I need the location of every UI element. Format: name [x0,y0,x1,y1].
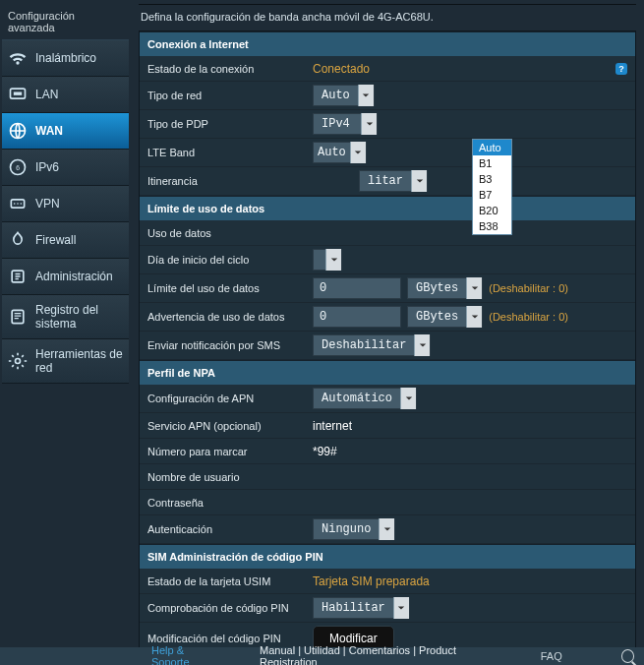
warn-input[interactable] [313,306,401,328]
svg-point-6 [14,203,16,205]
sidebar-item-label: Firewall [35,233,76,247]
lteband-option[interactable]: B7 [473,187,511,203]
section-internet: Conexión a Internet [140,31,635,56]
warn-hint: (Deshabilitar : 0) [489,311,568,323]
chevron-down-icon[interactable] [393,597,409,619]
roaming-select[interactable]: litar [359,170,428,192]
label-password: Contraseña [140,497,313,509]
footer-faq[interactable]: FAQ [541,650,562,662]
pincheck-select[interactable]: Habilitar [313,597,410,619]
label-username: Nombre de usuario [140,471,313,483]
footer-links[interactable]: Manual | Utilidad | Comentarios | Produc… [260,644,501,665]
sidebar-item-label: IPv6 [35,160,59,174]
section-datausage: Límite de uso de datos [140,196,635,220]
label-usim-status: Estado de la tarjeta USIM [140,575,313,587]
chevron-down-icon[interactable] [325,249,341,271]
value-conn-status: Conectado [313,62,370,76]
syslog-icon [8,307,28,327]
sidebar-item-nettools[interactable]: Herramientas de red [2,339,129,384]
sidebar-item-wan[interactable]: WAN [2,113,129,150]
sidebar-item-label: WAN [35,124,63,138]
auth-select[interactable]: Ninguno [313,518,395,540]
nettype-select[interactable]: Auto [313,85,375,106]
sidebar-item-syslog[interactable]: Registro del sistema [2,295,129,339]
svg-point-11 [16,359,21,364]
limit-input[interactable] [313,277,401,299]
value-dial: *99# [313,445,337,458]
label-pincheck: Comprobación de código PIN [140,602,313,614]
footer-help[interactable]: Help & Soporte [151,644,220,665]
label-data-usage: Uso de datos [140,227,313,239]
section-npa: Perfil de NPA [140,360,635,385]
search-icon[interactable] [621,649,634,663]
intro-text: Defina la configuración de banda ancha m… [139,4,636,30]
chevron-down-icon[interactable] [361,113,377,135]
lan-icon [8,85,28,104]
apncfg-select[interactable]: Automático [313,388,417,409]
svg-rect-10 [12,310,24,323]
label-limit: Límite del uso de datos [140,282,313,294]
sidebar-header: Configuración avanzada [2,4,129,40]
chevron-down-icon[interactable] [379,518,394,540]
limit-hint: (Deshabilitar : 0) [489,282,568,294]
sidebar-item-label: Inalámbrico [35,51,96,65]
help-icon[interactable]: ? [615,63,627,75]
globe-icon [8,121,28,141]
sidebar-item-label: VPN [35,197,60,211]
gear-icon [8,351,28,371]
lteband-dropdown[interactable]: Auto B1 B3 B7 B20 B38 [472,139,512,235]
svg-rect-1 [14,92,22,95]
sidebar-item-admin[interactable]: Administración [2,259,129,295]
section-simpin: SIM Administración de código PIN [140,544,635,569]
limit-unit-value: GBytes [408,281,466,295]
sidebar-item-label: Registro del sistema [35,303,123,331]
chevron-down-icon[interactable] [358,85,374,106]
label-warn: Advertencia de uso de datos [140,311,313,323]
label-roaming: Itinerancia [140,175,313,187]
label-pinmod: Modificación del código PIN [140,633,313,644]
chevron-down-icon[interactable] [400,388,416,409]
admin-icon [8,267,28,286]
sidebar-item-lan[interactable]: LAN [2,77,129,113]
sidebar-item-label: Administración [35,270,113,283]
lteband-option[interactable]: B3 [473,171,511,187]
lteband-option[interactable]: B38 [473,218,511,234]
svg-point-8 [21,203,23,205]
chevron-down-icon[interactable] [411,170,427,192]
label-dial: Número para marcar [140,446,313,457]
lteband-option[interactable]: B20 [473,203,511,218]
roaming-value: litar [360,174,411,188]
sidebar-item-ipv6[interactable]: 6 IPv6 [2,150,129,186]
limit-unit-select[interactable]: GBytes [407,277,483,299]
footer: Help & Soporte Manual | Utilidad | Comen… [0,647,644,665]
lteband-option[interactable]: Auto [473,140,511,155]
lteband-value: Auto [314,146,350,159]
value-usim-status: Tarjeta SIM preparada [313,574,430,588]
pdptype-select[interactable]: IPv4 [313,113,378,135]
sms-value: Deshabilitar [314,338,414,352]
warn-unit-select[interactable]: GBytes [407,306,483,328]
label-conn-status: Estado de la conexión [140,63,313,75]
sidebar-item-firewall[interactable]: Firewall [2,222,129,259]
lteband-option[interactable]: B1 [473,155,511,171]
sidebar-item-wireless[interactable]: Inalámbrico [2,40,129,77]
chevron-down-icon[interactable] [414,334,430,356]
apncfg-value: Automático [314,392,400,405]
label-pdptype: Tipo de PDP [140,118,313,130]
label-auth: Autenticación [140,523,313,535]
label-lteband: LTE Band [140,147,313,158]
cycle-day-select[interactable] [313,249,342,271]
chevron-down-icon[interactable] [466,306,482,328]
auth-value: Ninguno [314,522,379,536]
chevron-down-icon[interactable] [350,142,366,163]
label-apncfg: Configuración de APN [140,393,313,404]
sms-select[interactable]: Deshabilitar [313,334,431,356]
nettype-value: Auto [314,89,358,102]
sidebar-item-vpn[interactable]: VPN [2,186,129,222]
sidebar-item-label: Herramientas de red [35,347,123,375]
chevron-down-icon[interactable] [466,277,482,299]
label-apnservice: Servicio APN (opcional) [140,420,313,432]
lteband-select[interactable]: Auto [313,142,367,163]
svg-point-7 [17,203,19,205]
label-sms: Enviar notificación por SMS [140,339,313,351]
